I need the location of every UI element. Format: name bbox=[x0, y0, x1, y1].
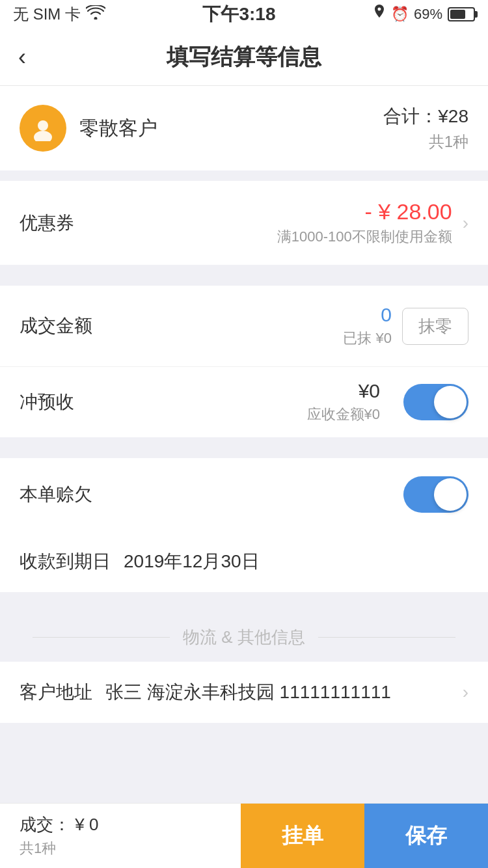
deal-amount-row: 成交金额 0 已抹 ¥0 抹零 bbox=[0, 286, 488, 367]
address-chevron: › bbox=[463, 682, 468, 703]
customer-avatar bbox=[20, 105, 66, 152]
coupon-sub: 满1000-100不限制使用金额 bbox=[277, 227, 452, 247]
separator-1 bbox=[0, 275, 488, 286]
coupon-value-block: - ¥ 28.00 满1000-100不限制使用金额 bbox=[277, 199, 452, 247]
prepayment-value-sub: 应收金额¥0 bbox=[307, 405, 380, 424]
customer-count: 共1种 bbox=[383, 131, 468, 152]
nav-bar: ‹ 填写结算等信息 bbox=[0, 29, 488, 86]
carrier-label: 无 SIM 卡 bbox=[13, 4, 81, 25]
separator-2 bbox=[0, 448, 488, 458]
address-label: 客户地址 bbox=[20, 680, 92, 705]
credit-toggle-knob bbox=[434, 478, 467, 511]
prepayment-toggle[interactable] bbox=[403, 384, 468, 420]
coupon-row[interactable]: 优惠券 - ¥ 28.00 满1000-100不限制使用金额 › bbox=[0, 181, 488, 265]
pending-button[interactable]: 挂单 bbox=[241, 804, 364, 868]
coupon-section: 优惠券 - ¥ 28.00 满1000-100不限制使用金额 › bbox=[0, 181, 488, 265]
deal-amount-label: 成交金额 bbox=[20, 314, 92, 338]
bottom-count: 共1种 bbox=[20, 839, 221, 858]
coupon-chevron: › bbox=[463, 213, 468, 234]
bottom-deal: 成交： ¥ 0 bbox=[20, 813, 221, 836]
bottom-deal-value: ¥ 0 bbox=[75, 815, 98, 834]
due-date-label: 收款到期日 bbox=[20, 549, 111, 574]
coupon-value: - ¥ 28.00 bbox=[277, 199, 452, 224]
page-content: 零散客户 合计：¥28 共1种 优惠券 - ¥ 28.00 满1000-100不… bbox=[0, 86, 488, 798]
deal-amount-sub: 已抹 ¥0 bbox=[343, 329, 392, 348]
alarm-icon: ⏰ bbox=[391, 6, 409, 23]
toggle-knob bbox=[434, 386, 467, 418]
svg-point-0 bbox=[38, 120, 48, 131]
prepayment-row: 冲预收 ¥0 应收金额¥0 bbox=[0, 367, 488, 437]
bottom-bar: 成交： ¥ 0 共1种 挂单 保存 bbox=[0, 803, 488, 868]
prepayment-label: 冲预收 bbox=[20, 390, 74, 414]
coupon-right: - ¥ 28.00 满1000-100不限制使用金额 › bbox=[74, 199, 468, 247]
customer-name: 零散客户 bbox=[79, 115, 157, 142]
page-title: 填写结算等信息 bbox=[167, 42, 321, 72]
customer-left: 零散客户 bbox=[20, 105, 157, 152]
credit-section: 本单赊欠 收款到期日 2019年12月30日 bbox=[0, 458, 488, 592]
bottom-info: 成交： ¥ 0 共1种 bbox=[0, 813, 241, 858]
prepayment-value-top: ¥0 bbox=[307, 380, 380, 402]
bottom-deal-label: 成交： bbox=[20, 815, 70, 834]
status-bar-right: ⏰ 69% bbox=[373, 5, 475, 24]
deal-amount-value: 0 bbox=[343, 304, 392, 326]
deal-amount-section: 成交金额 0 已抹 ¥0 抹零 冲预收 ¥0 应收金额¥0 bbox=[0, 286, 488, 437]
location-icon bbox=[373, 5, 386, 24]
status-bar-left: 无 SIM 卡 bbox=[13, 4, 105, 25]
round-zero-button[interactable]: 抹零 bbox=[402, 308, 468, 345]
wifi-icon bbox=[86, 5, 105, 23]
battery-percent: 69% bbox=[414, 6, 442, 23]
credit-toggle[interactable] bbox=[403, 476, 468, 513]
status-time: 下午3:18 bbox=[202, 2, 275, 27]
battery-icon bbox=[448, 7, 475, 21]
deal-amount-right: 0 已抹 ¥0 抹零 bbox=[92, 304, 468, 348]
customer-section: 零散客户 合计：¥28 共1种 bbox=[0, 86, 488, 170]
save-button[interactable]: 保存 bbox=[364, 804, 488, 868]
separator-3 bbox=[0, 603, 488, 613]
svg-point-1 bbox=[34, 131, 52, 141]
logistics-label: 物流 & 其他信息 bbox=[183, 626, 305, 649]
credit-label: 本单赊欠 bbox=[20, 482, 92, 507]
back-button[interactable]: ‹ bbox=[18, 44, 26, 71]
due-date-row: 收款到期日 2019年12月30日 bbox=[0, 531, 488, 592]
customer-total: 合计：¥28 bbox=[383, 104, 468, 129]
due-date-value: 2019年12月30日 bbox=[124, 549, 260, 574]
credit-row: 本单赊欠 bbox=[0, 458, 488, 531]
deal-amount-value-block: 0 已抹 ¥0 bbox=[343, 304, 392, 348]
customer-right: 合计：¥28 共1种 bbox=[383, 104, 468, 152]
prepayment-values: ¥0 应收金额¥0 bbox=[307, 380, 380, 424]
address-section: 客户地址 张三 海淀永丰科技园 11111111111 › bbox=[0, 662, 488, 723]
logistics-separator: 物流 & 其他信息 bbox=[0, 613, 488, 662]
address-row[interactable]: 客户地址 张三 海淀永丰科技园 11111111111 › bbox=[0, 662, 488, 723]
status-bar: 无 SIM 卡 下午3:18 ⏰ 69% bbox=[0, 0, 488, 29]
coupon-label: 优惠券 bbox=[20, 211, 74, 236]
address-value: 张三 海淀永丰科技园 11111111111 bbox=[105, 680, 463, 705]
customer-row: 零散客户 合计：¥28 共1种 bbox=[0, 86, 488, 170]
